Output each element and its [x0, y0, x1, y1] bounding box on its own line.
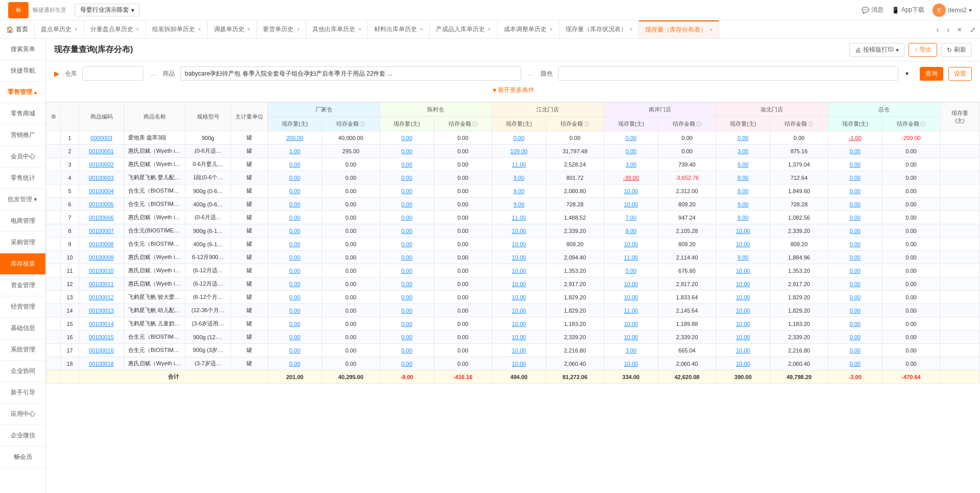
td-nanan-cur[interactable]: 3.00: [604, 158, 658, 171]
td-nanan-cur[interactable]: 10.00: [604, 331, 658, 344]
export-btn[interactable]: ↑ 导出: [909, 43, 937, 57]
close-icon[interactable]: ×: [198, 27, 201, 32]
tab-zuzhuan[interactable]: 组装拆卸单历史 ×: [146, 20, 208, 39]
td-yubei-cur[interactable]: 8.00: [716, 184, 770, 198]
td-chencun-cur[interactable]: 0.00: [380, 211, 434, 224]
refresh-btn[interactable]: ↻ 刷新: [941, 43, 972, 57]
td-chencun-cur[interactable]: 0.00: [380, 291, 434, 304]
td-yubei-cur[interactable]: 8.00: [716, 211, 770, 224]
td-yubei-cur[interactable]: 3.00: [716, 145, 770, 158]
td-jiangbei-cur[interactable]: 9.00: [492, 184, 546, 198]
td-jiangbei-cur[interactable]: 10.00: [492, 317, 546, 331]
close-icon[interactable]: ×: [550, 27, 553, 32]
tab-pandian[interactable]: 盘点单历史 ×: [35, 20, 84, 39]
td-jiangbei-cur[interactable]: 9.00: [492, 198, 546, 211]
td-changjia-cur[interactable]: 0.00: [268, 357, 322, 370]
sidebar-item-member[interactable]: 会员中心: [0, 146, 45, 168]
td-jiangbei-cur[interactable]: 10.00: [492, 344, 546, 357]
sidebar-item-search[interactable]: 搜索英单: [0, 39, 45, 60]
sidebar-item-system[interactable]: 系统管理: [0, 339, 45, 361]
close-icon[interactable]: ×: [488, 27, 491, 32]
sidebar-item-wxwork[interactable]: 企业微信: [0, 425, 45, 447]
close-icon[interactable]: ×: [358, 27, 361, 32]
sidebar-item-retail-mall[interactable]: 零售商城: [0, 103, 45, 125]
td-jiangbei-cur[interactable]: 10.00: [492, 264, 546, 277]
td-zongcang-cur[interactable]: 0.00: [828, 158, 882, 171]
td-jiangbei-cur[interactable]: 10.00: [492, 224, 546, 238]
td-chencun-cur[interactable]: 0.00: [380, 277, 434, 291]
td-yubei-cur[interactable]: 10.00: [716, 317, 770, 331]
td-yubei-cur[interactable]: 10.00: [716, 264, 770, 277]
td-zongcang-cur[interactable]: 0.00: [828, 224, 882, 238]
td-jiangbei-cur[interactable]: 109.00: [492, 145, 546, 158]
filter-collapse-icon[interactable]: ▶: [54, 69, 60, 78]
td-chencun-cur[interactable]: 0.00: [380, 317, 434, 331]
td-nanan-cur[interactable]: 0.00: [604, 145, 658, 158]
tab-cailiao[interactable]: 材料出库单历史 ×: [368, 20, 430, 39]
td-changjia-cur[interactable]: 0.00: [268, 344, 322, 357]
td-zongcang-cur[interactable]: 0.00: [828, 331, 882, 344]
sidebar-item-quicknav[interactable]: 快捷导航: [0, 60, 45, 82]
nav-prev-icon[interactable]: ‹: [932, 26, 943, 34]
close-icon[interactable]: ×: [297, 27, 300, 32]
td-code[interactable]: 00100015: [79, 331, 124, 344]
td-jiangbei-cur[interactable]: 10.00: [492, 304, 546, 317]
td-zongcang-cur[interactable]: 0.00: [828, 264, 882, 277]
td-chencun-cur[interactable]: 0.00: [380, 131, 434, 145]
tab-qita[interactable]: 其他出库单历史 ×: [306, 20, 368, 39]
td-jiangbei-cur[interactable]: 10.00: [492, 238, 546, 251]
tab-chengbentiaoz[interactable]: 成本调整单历史 ×: [498, 20, 559, 39]
td-code[interactable]: 00100008: [79, 238, 124, 251]
nav-close-icon[interactable]: ×: [953, 26, 966, 34]
td-nanan-cur[interactable]: 10.00: [604, 184, 658, 198]
td-zongcang-cur[interactable]: 0.00: [828, 145, 882, 158]
td-code[interactable]: 0000003: [79, 131, 124, 145]
td-yubei-cur[interactable]: 0.00: [716, 131, 770, 145]
sidebar-item-purchase[interactable]: 采购管理: [0, 232, 45, 253]
th-settings[interactable]: ⚙: [46, 103, 61, 131]
td-nanan-cur[interactable]: 11.00: [604, 251, 658, 264]
sidebar-item-retail-stats[interactable]: 零售统计: [0, 168, 45, 189]
sidebar-item-ecommerce[interactable]: 电商管理: [0, 210, 45, 232]
td-code[interactable]: 00100007: [79, 224, 124, 238]
td-changjia-cur[interactable]: 0.00: [268, 251, 322, 264]
sidebar-item-marketing[interactable]: 营销推广: [0, 125, 45, 146]
td-nanan-cur[interactable]: 10.00: [604, 357, 658, 370]
expand-toggle[interactable]: ▼ 展开更多条件: [54, 84, 972, 97]
sidebar-item-retail-mgmt[interactable]: 零售管理 ▲: [0, 82, 45, 103]
td-yubei-cur[interactable]: 9.00: [716, 251, 770, 264]
td-changjia-cur[interactable]: 0.00: [268, 331, 322, 344]
print-btn[interactable]: 🖨 按模版打印 ▾: [849, 43, 904, 57]
goods-input[interactable]: [180, 66, 521, 81]
td-chencun-cur[interactable]: 0.00: [380, 331, 434, 344]
td-jiangbei-cur[interactable]: 10.00: [492, 291, 546, 304]
td-nanan-cur[interactable]: 10.00: [604, 277, 658, 291]
td-zongcang-cur[interactable]: 0.00: [828, 251, 882, 264]
td-jiangbei-cur[interactable]: 10.00: [492, 331, 546, 344]
close-icon[interactable]: ×: [248, 27, 251, 32]
close-icon[interactable]: ×: [630, 27, 633, 32]
td-jiangbei-cur[interactable]: 10.00: [492, 277, 546, 291]
sidebar-item-basic-info[interactable]: 基础信息: [0, 318, 45, 339]
td-code[interactable]: 00100012: [79, 291, 124, 304]
nav-expand-icon[interactable]: ⤢: [966, 26, 980, 34]
td-yubei-cur[interactable]: 6.00: [716, 158, 770, 171]
app-download-btn[interactable]: 📱 App下载: [892, 6, 924, 14]
td-chencun-cur[interactable]: 0.00: [380, 184, 434, 198]
user-profile[interactable]: E demo2 ▾: [933, 4, 972, 17]
td-changjia-cur[interactable]: 0.00: [268, 224, 322, 238]
td-yubei-cur[interactable]: 8.00: [716, 171, 770, 184]
td-changjia-cur[interactable]: 0.00: [268, 171, 322, 184]
td-yubei-cur[interactable]: 10.00: [716, 291, 770, 304]
td-yubei-cur[interactable]: 10.00: [716, 304, 770, 317]
td-nanan-cur[interactable]: 3.00: [604, 344, 658, 357]
td-yubei-cur[interactable]: 10.00: [716, 238, 770, 251]
td-yubei-cur[interactable]: 10.00: [716, 224, 770, 238]
td-chencun-cur[interactable]: 0.00: [380, 238, 434, 251]
tab-diaob[interactable]: 调拨单历史 ×: [208, 20, 257, 39]
td-zongcang-cur[interactable]: 0.00: [828, 291, 882, 304]
td-code[interactable]: 00100014: [79, 317, 124, 331]
warehouse-input[interactable]: [82, 66, 143, 81]
td-nanan-cur[interactable]: -39.00: [604, 171, 658, 184]
tab-xianc-kufb[interactable]: 现存量（库存分布表） ×: [639, 20, 719, 39]
